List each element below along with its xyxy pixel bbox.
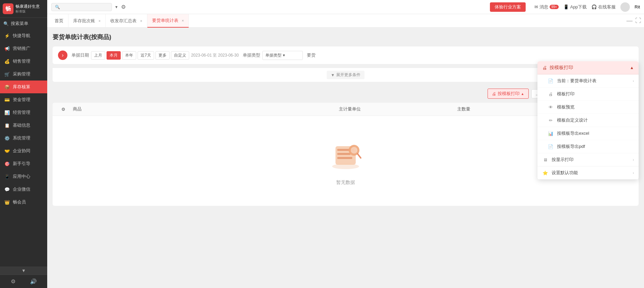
purchase-icon: 🛒 [4,71,10,77]
trial-btn[interactable]: 体验行业方案 [490,2,526,12]
table-col-qty: 主数量 [407,106,521,112]
tab-order-summary[interactable]: 要货单统计表 × [147,14,189,28]
sidebar-item-collab[interactable]: 🤝企业协同 [0,145,47,157]
display-print-icon: 🖥 [542,157,548,163]
apps-icon: 📱 [4,173,10,180]
empty-text: 暂无数据 [336,180,355,186]
dropdown-export-excel[interactable]: 📊 按模板导出excel [537,127,639,140]
table-col-unit: 主计量单位 [293,106,407,112]
print-dropdown-menu: 🖨 按模板打印 ▲ 📄 当前：要货单统计表 › 🖨 模板打印 👁 模板预览 [537,61,639,180]
type-select[interactable]: 单据类型 ▾ [262,51,303,60]
dropdown-display-print[interactable]: 🖥 按显示打印 › [537,153,639,166]
sidebar-item-marketing[interactable]: 📢营销推广 [0,42,47,55]
display-print-chevron: › [633,158,634,162]
svg-rect-3 [337,153,351,155]
inventory-icon: 📦 [4,84,10,90]
quick-nav-icon: ⚡ [4,33,10,39]
search-icon: 🔍 [3,21,9,26]
basics-icon: 📋 [4,122,10,128]
dropdown-template-preview[interactable]: 👁 模板预览 [537,101,639,114]
page-content: 要货单统计表(按商品) › 单据日期 上月本月本年近7天更多自定义 2023-0… [47,28,644,288]
print-chevron-up-icon: ▲ [521,92,524,96]
wechat-icon: 💬 [4,186,10,192]
export-pdf-icon: 📄 [548,143,554,150]
svg-point-6 [351,147,357,154]
template-preview-icon: 👁 [548,104,554,110]
sidebar-item-system[interactable]: ⚙️系统管理 [0,132,47,145]
svg-line-7 [357,154,361,158]
sidebar-item-sales[interactable]: 💰销售管理 [0,55,47,68]
tab-receivables-summary-close[interactable]: × [140,19,142,23]
date-buttons: 上月本月本年近7天更多自定义 [91,51,189,60]
app-logo-icon: 畅 [3,3,13,14]
topbar-search-icon: 🔍 [55,5,60,9]
dropdown-current-item[interactable]: 📄 当前：要货单统计表 › [537,74,639,88]
tab-receivables-summary[interactable]: 收发存汇总表 × [106,14,147,28]
speaker-icon[interactable]: 🔊 [30,278,37,285]
table-col-settings[interactable]: ⚙ [57,107,70,112]
member-icon: 👑 [4,199,10,205]
dropdown-export-pdf[interactable]: 📄 按模板导出pdf [537,140,639,153]
sidebar-bottom: ⚙ 🔊 [0,275,47,288]
template-print-icon: 🖨 [548,91,554,97]
sidebar-item-basics[interactable]: 📋基础信息 [0,119,47,132]
date-btn-本年[interactable]: 本年 [122,51,136,60]
print-template-btn[interactable]: 🖨 按模板打印 ▲ [488,89,529,99]
date-btn-上月[interactable]: 上月 [91,51,105,60]
app-download-btn[interactable]: 📱 App下载 [563,4,587,10]
expand-icon: ▼ [331,73,335,77]
sidebar-item-finance[interactable]: 💳资金管理 [0,93,47,106]
sidebar-search[interactable]: 🔍 搜索菜单 [0,18,47,29]
system-icon: ⚙️ [4,135,10,141]
sales-icon: 💰 [4,58,10,64]
filter-expand-btn[interactable]: › [58,51,67,60]
dropdown-set-default[interactable]: ⭐ 设置默认功能 › [537,166,639,180]
date-btn-近7天[interactable]: 近7天 [138,51,154,60]
template-design-icon: ✏ [548,117,554,123]
date-btn-本月[interactable]: 本月 [107,51,121,60]
sidebar-item-apps[interactable]: 📱应用中心 [0,170,47,183]
topbar-right: ✉ 消息 99+ 📱 App下载 🎧 在线客服 Rit [534,2,640,12]
dropdown-template-print[interactable]: 🖨 模板打印 [537,88,639,101]
tab-maximize-btn[interactable]: ⛶ [635,17,641,24]
sidebar-item-operations[interactable]: 📊经营管理 [0,106,47,119]
tab-home[interactable]: 首页 [50,14,68,28]
settings-icon[interactable]: ⚙ [11,278,16,285]
date-btn-更多[interactable]: 更多 [155,51,170,60]
goods-filter-group: 要货 [307,52,316,58]
sidebar-item-member[interactable]: 👑畅会员 [0,196,47,209]
empty-illustration [325,136,366,176]
user-avatar[interactable] [620,2,630,12]
tab-inventory-batch[interactable]: 库存批次账 × [68,14,106,28]
topbar-dropdown-arrow[interactable]: ▾ [115,4,118,9]
date-filter-group: 单据日期 上月本月本年近7天更多自定义 2023-06-01 至 2023-06… [71,51,239,60]
operations-icon: 📊 [4,109,10,116]
select-arrow-icon: ▾ [283,53,285,58]
print-icon: 🖨 [492,91,496,96]
set-default-icon: ⭐ [542,170,548,176]
date-btn-自定义[interactable]: 自定义 [171,51,189,60]
sidebar-item-quick-nav[interactable]: ⚡快捷导航 [0,29,47,42]
topbar-search-box[interactable]: 🔍 [51,3,112,11]
sidebar-item-wechat[interactable]: 💬企业微信 [0,183,47,196]
dropdown-header: 🖨 按模板打印 ▲ [537,61,639,74]
headset-icon: 🎧 [591,4,597,9]
tab-bar: 首页 库存批次账 × 收发存汇总表 × 要货单统计表 × — ⛶ [47,14,644,28]
messages-btn[interactable]: ✉ 消息 99+ [534,4,559,10]
expand-more-btn[interactable]: ▼ 展开更多条件 [327,71,364,79]
tab-order-summary-close[interactable]: × [182,19,184,23]
sidebar-item-newbie[interactable]: 🎯新手引导 [0,157,47,170]
set-default-chevron: › [633,171,634,175]
marketing-icon: 📢 [4,45,10,52]
sidebar-item-purchase[interactable]: 🛒采购管理 [0,68,47,81]
svg-rect-4 [337,157,352,159]
topbar-gear-icon[interactable]: ⚙ [121,4,126,10]
online-service-btn[interactable]: 🎧 在线客服 [591,4,616,10]
sidebar-scroll-down[interactable]: ▼ [0,266,47,275]
tab-minimize-btn[interactable]: — [626,17,633,24]
tab-inventory-batch-close[interactable]: × [98,19,100,23]
dropdown-template-design[interactable]: ✏ 模板自定义设计 [537,114,639,127]
dropdown-chevron-up[interactable]: ▲ [630,65,634,70]
collab-icon: 🤝 [4,148,10,154]
sidebar-item-inventory[interactable]: 📦库存核算 [0,81,47,93]
